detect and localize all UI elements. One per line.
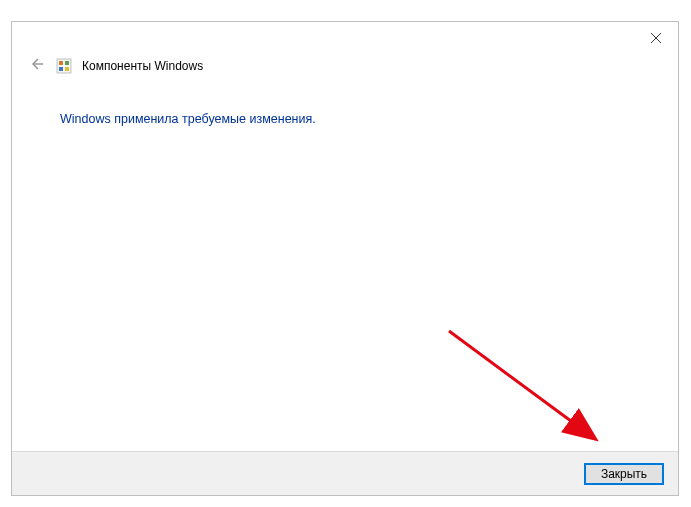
close-icon xyxy=(651,29,661,47)
status-message: Windows применила требуемые изменения. xyxy=(60,112,678,126)
svg-rect-4 xyxy=(59,61,63,65)
content-area: Windows применила требуемые изменения. xyxy=(12,76,678,126)
back-button[interactable] xyxy=(26,56,46,76)
dialog-window: Компоненты Windows Windows применила тре… xyxy=(11,21,679,496)
header: Компоненты Windows xyxy=(12,22,678,76)
window-close-button[interactable] xyxy=(644,29,668,47)
svg-rect-6 xyxy=(59,67,63,71)
dialog-title: Компоненты Windows xyxy=(82,59,203,73)
svg-rect-5 xyxy=(65,61,69,65)
close-button[interactable]: Закрыть xyxy=(584,463,664,485)
footer: Закрыть xyxy=(12,451,678,495)
back-arrow-icon xyxy=(28,56,44,76)
svg-rect-7 xyxy=(65,67,69,71)
windows-features-icon xyxy=(56,58,72,74)
